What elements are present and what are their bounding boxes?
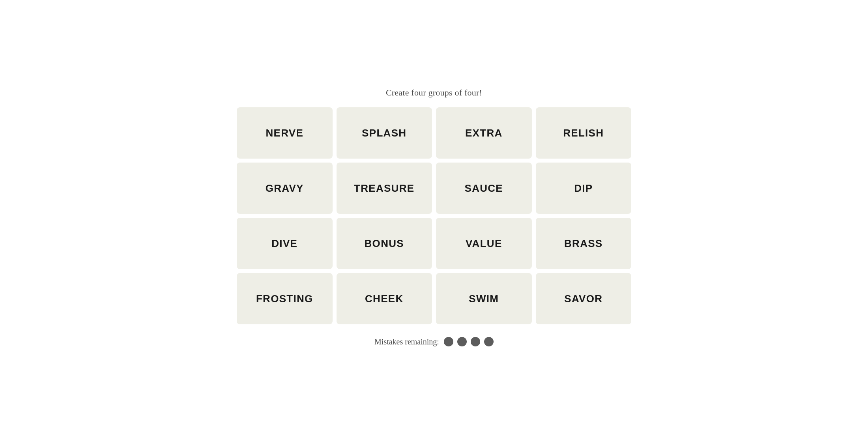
tile-grid: NERVESPLASHEXTRARELISHGRAVYTREASURESAUCE… bbox=[237, 107, 631, 324]
tile-label-extra: EXTRA bbox=[465, 127, 503, 139]
tile-dive[interactable]: DIVE bbox=[237, 218, 333, 269]
tile-treasure[interactable]: TREASURE bbox=[337, 163, 432, 214]
mistake-dot-4 bbox=[484, 337, 494, 346]
tile-label-sauce: SAUCE bbox=[464, 182, 503, 195]
tile-bonus[interactable]: BONUS bbox=[337, 218, 432, 269]
tile-extra[interactable]: EXTRA bbox=[436, 107, 532, 159]
mistakes-dots bbox=[444, 337, 494, 346]
tile-sauce[interactable]: SAUCE bbox=[436, 163, 532, 214]
tile-label-gravy: GRAVY bbox=[266, 182, 304, 195]
tile-frosting[interactable]: FROSTING bbox=[237, 273, 333, 324]
tile-label-dip: DIP bbox=[574, 182, 593, 195]
tile-label-swim: SWIM bbox=[469, 293, 499, 305]
tile-cheek[interactable]: CHEEK bbox=[337, 273, 432, 324]
mistake-dot-3 bbox=[471, 337, 480, 346]
mistake-dot-1 bbox=[444, 337, 453, 346]
tile-label-dive: DIVE bbox=[271, 238, 297, 250]
mistake-dot-2 bbox=[457, 337, 467, 346]
tile-relish[interactable]: RELISH bbox=[536, 107, 632, 159]
tile-swim[interactable]: SWIM bbox=[436, 273, 532, 324]
tile-label-nerve: NERVE bbox=[266, 127, 303, 139]
tile-label-value: VALUE bbox=[466, 238, 502, 250]
tile-label-savor: SAVOR bbox=[564, 293, 602, 305]
tile-savor[interactable]: SAVOR bbox=[536, 273, 632, 324]
tile-label-treasure: TREASURE bbox=[354, 182, 414, 195]
tile-gravy[interactable]: GRAVY bbox=[237, 163, 333, 214]
tile-label-frosting: FROSTING bbox=[256, 293, 313, 305]
subtitle: Create four groups of four! bbox=[386, 88, 482, 98]
tile-nerve[interactable]: NERVE bbox=[237, 107, 333, 159]
mistakes-label: Mistakes remaining: bbox=[374, 337, 439, 346]
tile-label-bonus: BONUS bbox=[365, 238, 404, 250]
tile-dip[interactable]: DIP bbox=[536, 163, 632, 214]
tile-value[interactable]: VALUE bbox=[436, 218, 532, 269]
tile-splash[interactable]: SPLASH bbox=[337, 107, 432, 159]
tile-brass[interactable]: BRASS bbox=[536, 218, 632, 269]
tile-label-cheek: CHEEK bbox=[365, 293, 404, 305]
tile-label-brass: BRASS bbox=[564, 238, 603, 250]
game-container: Create four groups of four! NERVESPLASHE… bbox=[237, 88, 631, 346]
mistakes-row: Mistakes remaining: bbox=[374, 337, 494, 346]
tile-label-splash: SPLASH bbox=[362, 127, 406, 139]
tile-label-relish: RELISH bbox=[563, 127, 604, 139]
